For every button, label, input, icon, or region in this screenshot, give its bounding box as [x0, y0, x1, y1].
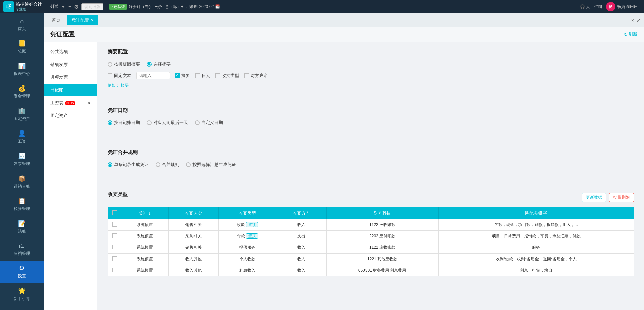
- reports-icon: 📊: [18, 62, 26, 70]
- income-expense-title: 收支类型: [108, 191, 128, 198]
- sidebar-label-invoice: 发票管理: [14, 161, 30, 167]
- chevron-down-icon: ▾: [88, 101, 90, 106]
- tab-home[interactable]: 首页: [47, 15, 65, 25]
- radio-summary-gen[interactable]: 按照选择汇总生成凭证: [186, 162, 236, 168]
- sidebar-label-inventory: 进销台账: [14, 184, 30, 189]
- radio-period-last-day[interactable]: 对应期间最后一天: [147, 120, 188, 126]
- row-checkbox-0[interactable]: [112, 222, 117, 227]
- update-data-button[interactable]: 更新数据: [582, 193, 606, 202]
- td-direction-4: 收入: [276, 265, 326, 276]
- batch-delete-button[interactable]: 批量删除: [609, 193, 634, 202]
- radio-select-summary[interactable]: 选择摘要: [147, 61, 171, 67]
- sidebar-item-settings[interactable]: ⚙ 设置: [0, 261, 44, 283]
- summary-config-title: 摘要配置: [108, 49, 634, 55]
- logo-text-block: 畅捷通好会计 专业版: [16, 2, 42, 12]
- refresh-icon: ↻: [624, 32, 628, 37]
- sidebar-item-ledger[interactable]: 📒 总账: [0, 36, 44, 58]
- calendar-icon[interactable]: 📅: [215, 4, 220, 9]
- checkbox-date[interactable]: 日期: [195, 73, 210, 79]
- td-subject-3: 1221 其他应收款: [326, 254, 438, 265]
- radio-template-summary[interactable]: 按模板版摘要: [108, 61, 140, 67]
- summary-checkbox-row: 固定文本 摘要 日期 收支类型: [108, 72, 634, 79]
- td-check-1[interactable]: [108, 231, 121, 242]
- left-nav-fixed-assets[interactable]: 固定资产: [44, 109, 97, 122]
- td-big-type-3: 收入其他: [168, 254, 218, 265]
- radio-merge-rules[interactable]: 合并规则: [156, 162, 179, 168]
- td-category-0: 系统预置: [121, 219, 169, 231]
- period-info: 账期 2023-02 📅: [189, 4, 220, 10]
- radio-circle-single: [108, 162, 112, 167]
- th-category: 类别 ↓: [121, 207, 169, 219]
- left-nav-public[interactable]: 公共选项: [44, 45, 97, 58]
- checkbox-type[interactable]: 收支类型: [215, 73, 239, 79]
- row-checkbox-4[interactable]: [112, 268, 117, 272]
- settings-icon[interactable]: ⚙: [74, 4, 79, 10]
- sidebar-item-guide[interactable]: 🌟 新手引导: [0, 283, 44, 306]
- tab-expand-icon[interactable]: ⤢: [637, 17, 641, 23]
- old-version-button[interactable]: 切到旧版: [81, 3, 103, 10]
- inventory-icon: 📦: [18, 175, 26, 182]
- sidebar-item-reports[interactable]: 📊 报表中心: [0, 58, 44, 81]
- right-content: 摘要配置 按模板版摘要 选择摘要: [97, 42, 644, 310]
- th-checkbox[interactable]: [108, 207, 121, 219]
- merge-rules-title: 凭证合并规则: [108, 149, 634, 156]
- row-checkbox-3[interactable]: [112, 256, 117, 261]
- user-name: 畅捷通旺旺...: [617, 4, 641, 10]
- sidebar-item-tax[interactable]: 📋 税务管理: [0, 193, 44, 216]
- radio-journal-date[interactable]: 按日记账日期: [108, 120, 140, 126]
- voucher-date-radio-group: 按日记账日期 对应期间最后一天 自定义日期: [108, 120, 634, 126]
- settings-sidebar-icon: ⚙: [19, 265, 25, 272]
- sidebar-label-finance: 资金管理: [14, 93, 30, 99]
- checkbox-summary[interactable]: 摘要: [175, 73, 190, 79]
- tag-reset-0[interactable]: 置顶: [246, 222, 258, 227]
- sidebar-item-closing[interactable]: 📝 结账: [0, 216, 44, 238]
- select-all-checkbox[interactable]: [112, 210, 117, 215]
- tab-close-window-icon[interactable]: ×: [631, 17, 634, 23]
- left-nav-sales-invoice[interactable]: 销项发票: [44, 58, 97, 71]
- td-check-3[interactable]: [108, 254, 121, 265]
- tag-reset-1[interactable]: 置顶: [246, 233, 258, 239]
- sidebar-item-inventory[interactable]: 📦 进销台账: [0, 171, 44, 193]
- user-menu[interactable]: 畅 畅捷通旺旺...: [606, 2, 641, 11]
- fixed-text-input[interactable]: [136, 72, 170, 79]
- td-keywords-1: 项目，日常费用，报销款，车费，承兑汇票，付款: [438, 231, 634, 242]
- sidebar-item-member[interactable]: 👑 畅会员: [0, 306, 44, 310]
- td-check-2[interactable]: [108, 242, 121, 254]
- sidebar-item-salary[interactable]: 👤 工资: [0, 126, 44, 148]
- row-checkbox-2[interactable]: [112, 245, 117, 249]
- td-direction-1: 支出: [276, 231, 326, 242]
- sidebar-item-invoice[interactable]: 🧾 发票管理: [0, 148, 44, 171]
- sidebar-item-home[interactable]: ⌂ 首页: [0, 13, 44, 36]
- refresh-button[interactable]: ↻ 刷新: [624, 31, 637, 37]
- td-type-3: 个人收款: [218, 254, 276, 265]
- sidebar-label-guide: 新手引导: [14, 296, 30, 302]
- left-nav-purchase-invoice[interactable]: 进项发票: [44, 71, 97, 84]
- radio-custom-date[interactable]: 自定义日期: [195, 120, 223, 126]
- topbar-right: 🎧 人工咨询 畅 畅捷通旺旺...: [580, 2, 641, 11]
- checkbox-counterparty[interactable]: 对方户名: [244, 73, 268, 79]
- tab-close-icon[interactable]: ×: [91, 18, 93, 23]
- tab-voucher-config[interactable]: 凭证配置 ×: [67, 15, 98, 25]
- td-check-0[interactable]: [108, 219, 121, 231]
- main-layout: ⌂ 首页 📒 总账 📊 报表中心 💰 资金管理 🏢 固定资产 👤 工资 🧾 发票…: [0, 13, 644, 310]
- td-type-1: 付款 置顶: [218, 231, 276, 242]
- sidebar-item-archive[interactable]: 🗂 归档管理: [0, 238, 44, 261]
- sidebar-item-assets[interactable]: 🏢 固定资产: [0, 103, 44, 126]
- company-name: 测试: [50, 4, 58, 10]
- guide-icon: 🌟: [18, 287, 26, 295]
- checkbox-fixed-text[interactable]: 固定文本: [108, 73, 131, 79]
- logo: 畅 畅捷通好会计 专业版: [3, 1, 47, 12]
- left-nav-journal[interactable]: 日记账: [44, 84, 97, 96]
- certified-badge: ✓已认证: [109, 4, 127, 10]
- radio-single-record[interactable]: 单条记录生成凭证: [108, 162, 149, 168]
- tab-voucher-label: 凭证配置: [72, 17, 89, 23]
- example-text: 例如： 摘要: [108, 83, 634, 88]
- row-checkbox-1[interactable]: [112, 233, 117, 238]
- company-dropdown-icon[interactable]: ▾: [62, 4, 65, 9]
- add-icon[interactable]: +: [68, 4, 71, 10]
- service-button[interactable]: 🎧 人工咨询: [580, 4, 602, 10]
- td-check-4[interactable]: [108, 265, 121, 276]
- th-type: 收支类型: [218, 207, 276, 219]
- left-nav-payroll[interactable]: 工资表 NEW ▾: [44, 96, 97, 109]
- sidebar-item-finance[interactable]: 💰 资金管理: [0, 81, 44, 103]
